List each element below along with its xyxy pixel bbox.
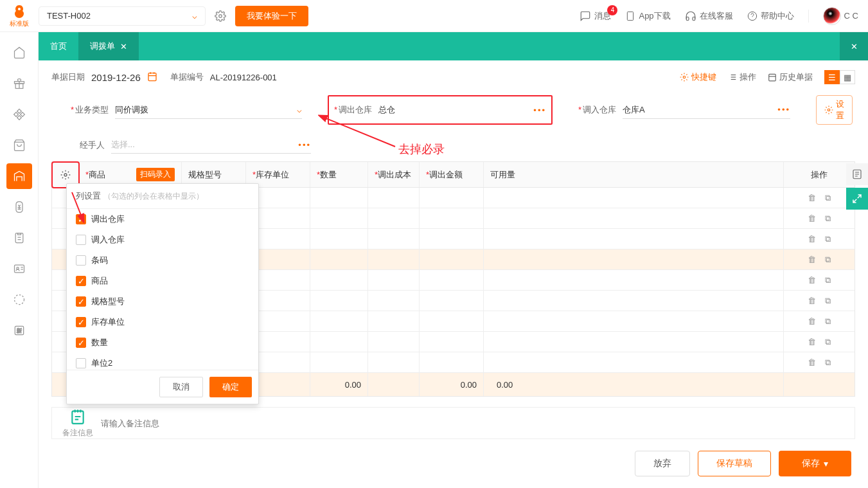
column-option[interactable]: ✓库存单位 xyxy=(67,312,258,332)
column-option-label: 条码 xyxy=(91,255,108,266)
remarks-box: 备注信息 xyxy=(51,407,855,439)
messages-link[interactable]: 消息 4 xyxy=(580,10,611,22)
view-grid[interactable]: ▦ xyxy=(840,70,855,84)
delete-icon[interactable]: 🗑 xyxy=(808,255,816,264)
user-menu[interactable]: C C xyxy=(823,7,858,25)
scan-entry-button[interactable]: 扫码录入 xyxy=(136,168,175,181)
chat-icon xyxy=(580,10,591,22)
discard-button[interactable]: 放弃 xyxy=(635,451,690,476)
experience-button[interactable]: 我要体验一下 xyxy=(235,6,308,26)
nav-cycle[interactable] xyxy=(6,287,32,312)
column-option[interactable]: ✓调出仓库 xyxy=(67,209,258,230)
list-icon xyxy=(728,73,737,82)
column-option[interactable]: ✓商品 xyxy=(67,271,258,291)
copy-icon[interactable]: ⧉ xyxy=(825,296,831,306)
more-icon[interactable]: ••• xyxy=(777,105,790,114)
service-link[interactable]: 在线客服 xyxy=(685,10,733,22)
out-warehouse-select[interactable]: 总仓 ••• xyxy=(378,102,546,118)
delete-icon[interactable]: 🗑 xyxy=(808,296,816,305)
column-option-label: 数量 xyxy=(91,337,108,348)
column-option[interactable]: ✓数量 xyxy=(67,332,258,353)
tab-home[interactable]: 首页 xyxy=(39,32,78,60)
svg-rect-13 xyxy=(148,73,156,80)
calendar-icon[interactable] xyxy=(147,71,157,84)
copy-icon[interactable]: ⧉ xyxy=(825,275,831,285)
copy-icon[interactable]: ⧉ xyxy=(825,337,831,347)
org-selector[interactable]: TEST-H002 ⌵ xyxy=(39,6,206,26)
checkbox[interactable]: ✓ xyxy=(76,214,86,224)
chevron-down-icon: ⌵ xyxy=(297,105,302,114)
delete-icon[interactable]: 🗑 xyxy=(808,357,816,367)
column-option[interactable]: ✓规格型号 xyxy=(67,291,258,312)
delete-icon[interactable]: 🗑 xyxy=(808,234,816,244)
checkbox[interactable] xyxy=(76,358,86,368)
gear-icon[interactable] xyxy=(215,10,226,22)
delete-icon[interactable]: 🗑 xyxy=(808,193,816,203)
checkbox[interactable] xyxy=(76,255,86,266)
confirm-button[interactable]: 确定 xyxy=(209,377,252,397)
nav-clipboard[interactable] xyxy=(6,225,32,251)
column-option-label: 规格型号 xyxy=(91,296,125,307)
svg-text:新: 新 xyxy=(17,327,22,334)
nav-gift[interactable] xyxy=(6,71,32,96)
copy-icon[interactable]: ⧉ xyxy=(825,193,831,203)
history-link[interactable]: 历史单据 xyxy=(768,71,813,83)
copy-icon[interactable]: ⧉ xyxy=(825,255,831,265)
operate-link[interactable]: 操作 xyxy=(728,71,756,83)
document-bar: 单据日期 2019-12-26 单据编号 AL-20191226-001 快捷键… xyxy=(51,68,855,86)
gear-icon xyxy=(60,170,71,180)
nav-new[interactable]: 新 xyxy=(6,318,32,343)
save-button[interactable]: 保存 ▾ xyxy=(779,451,851,476)
copy-icon[interactable]: ⧉ xyxy=(825,234,831,244)
date-value[interactable]: 2019-12-26 xyxy=(91,72,141,83)
chevron-down-icon: ⌵ xyxy=(192,11,197,21)
column-option[interactable]: 条码 xyxy=(67,250,258,271)
top-header: 标准版 TEST-H002 ⌵ 我要体验一下 消息 4 App下载 在线客服 帮… xyxy=(0,0,868,32)
copy-icon[interactable]: ⧉ xyxy=(825,357,831,368)
column-option[interactable]: 单位2 xyxy=(67,353,258,370)
copy-icon[interactable]: ⧉ xyxy=(825,213,831,224)
nav-user-card[interactable] xyxy=(6,256,32,282)
save-draft-button[interactable]: 保存草稿 xyxy=(698,451,771,476)
remarks-input[interactable] xyxy=(101,419,844,428)
column-option[interactable]: 调入仓库 xyxy=(67,230,258,250)
biz-type-select[interactable]: 同价调拨 ⌵ xyxy=(115,102,302,119)
delete-icon[interactable]: 🗑 xyxy=(808,275,816,285)
nav-diamond[interactable] xyxy=(6,102,32,127)
close-all-tabs[interactable]: ✕ xyxy=(840,32,868,60)
more-icon[interactable]: ••• xyxy=(298,140,311,150)
avatar xyxy=(823,7,841,25)
nav-money[interactable] xyxy=(6,194,32,220)
checkbox[interactable]: ✓ xyxy=(76,296,86,307)
checkbox[interactable]: ✓ xyxy=(76,338,86,348)
checkbox[interactable]: ✓ xyxy=(76,317,86,327)
view-list[interactable]: ☰ xyxy=(824,70,840,84)
copy-icon[interactable]: ⧉ xyxy=(825,316,831,327)
col-ops: 操作 xyxy=(784,162,855,187)
logo-icon xyxy=(12,4,27,19)
svg-point-10 xyxy=(14,295,24,305)
more-icon[interactable]: ••• xyxy=(533,105,546,115)
top-right-nav: 消息 4 App下载 在线客服 帮助中心 C C xyxy=(580,7,858,25)
nav-bag[interactable] xyxy=(6,132,32,158)
app-download-link[interactable]: App下载 xyxy=(625,10,670,22)
delete-icon[interactable]: 🗑 xyxy=(808,316,816,326)
nav-warehouse[interactable] xyxy=(6,163,32,189)
checkbox[interactable] xyxy=(76,235,86,245)
handler-select[interactable]: 选择... ••• xyxy=(111,136,311,154)
checkbox[interactable]: ✓ xyxy=(76,276,86,286)
column-option-label: 库存单位 xyxy=(91,316,125,328)
in-warehouse-select[interactable]: 仓库A ••• xyxy=(623,102,790,119)
shortcut-link[interactable]: 快捷键 xyxy=(680,71,716,83)
delete-icon[interactable]: 🗑 xyxy=(808,213,816,223)
delete-icon[interactable]: 🗑 xyxy=(808,337,816,347)
nav-home[interactable] xyxy=(6,40,32,66)
settings-button[interactable]: 设置 xyxy=(816,95,853,125)
form-row-1: *业务类型 同价调拨 ⌵ *调出仓库 总仓 ••• *调入仓库 仓库A ••• … xyxy=(51,95,855,132)
note-float-button[interactable] xyxy=(846,163,868,185)
tab-transfer-order[interactable]: 调拨单 ✕ xyxy=(78,32,139,60)
help-link[interactable]: 帮助中心 xyxy=(747,10,794,22)
cancel-button[interactable]: 取消 xyxy=(159,377,203,397)
close-icon[interactable]: ✕ xyxy=(120,42,127,51)
expand-float-button[interactable] xyxy=(846,188,868,210)
